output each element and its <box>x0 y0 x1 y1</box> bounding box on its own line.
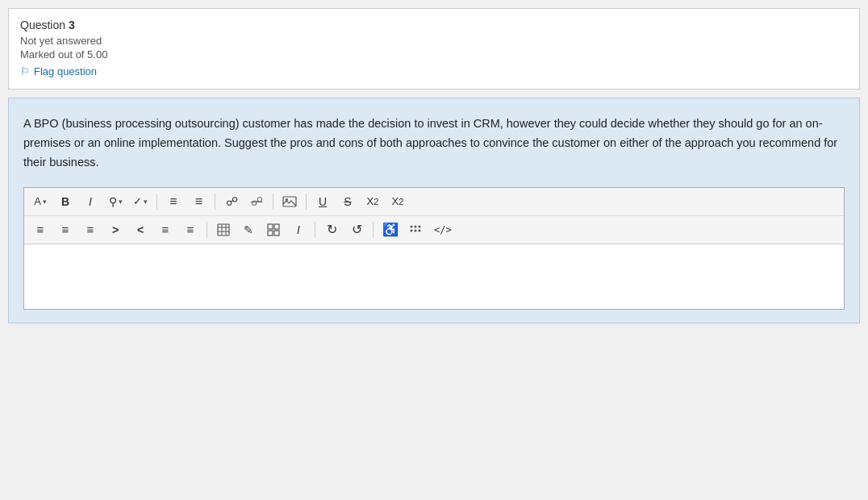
svg-rect-9 <box>268 231 273 235</box>
check-icon: ✓ <box>133 195 142 207</box>
spell-check-button[interactable]: ✓ ▾ <box>129 191 152 212</box>
question-marked: Marked out of 5.00 <box>20 48 848 60</box>
svg-point-16 <box>419 229 421 231</box>
font-label: A <box>34 195 41 207</box>
unlink-button[interactable]: ☍ <box>245 191 268 212</box>
indent-more-button[interactable]: > <box>104 219 127 240</box>
color-icon: ⚲ <box>109 195 117 208</box>
superscript-button[interactable]: X2 <box>386 191 409 212</box>
color-dropdown-arrow: ▾ <box>119 198 123 206</box>
svg-point-1 <box>286 198 288 201</box>
table-insert-button[interactable] <box>212 219 235 240</box>
separator-3 <box>273 194 273 210</box>
source-code-button[interactable]: </> <box>430 219 456 240</box>
font-dropdown-arrow: ▾ <box>43 198 47 206</box>
italic-button[interactable]: I <box>79 191 102 212</box>
font-button[interactable]: A ▾ <box>29 191 52 212</box>
svg-point-14 <box>411 229 413 231</box>
unordered-list-button[interactable]: ≡ <box>187 191 210 212</box>
separator-1 <box>156 194 157 210</box>
editor-content-area[interactable] <box>24 244 844 309</box>
image-icon <box>282 196 297 207</box>
flag-icon: ⚐ <box>20 65 30 77</box>
question-text: A BPO (business processing outsourcing) … <box>23 115 845 173</box>
svg-rect-7 <box>268 224 273 229</box>
question-body-panel: A BPO (business processing outsourcing) … <box>8 98 860 323</box>
svg-point-15 <box>415 229 417 231</box>
editor-container: A ▾ B I ⚲ ▾ ✓ ▾ ≡ <box>23 187 845 310</box>
grid-view-button[interactable] <box>262 219 285 240</box>
flag-question-label: Flag question <box>34 65 97 77</box>
accessibility-button[interactable]: ♿ <box>378 219 403 240</box>
svg-point-11 <box>411 225 413 227</box>
separator-6 <box>315 222 315 238</box>
subscript-button[interactable]: X2 <box>361 191 384 212</box>
edit-special-button[interactable]: ✎ <box>237 219 260 240</box>
link-button[interactable]: ☍ <box>220 191 243 212</box>
format-block-button[interactable]: I <box>287 219 310 240</box>
bold-button[interactable]: B <box>54 191 77 212</box>
align-right-button[interactable]: ≡ <box>79 219 102 240</box>
text-color-button[interactable]: ⚲ ▾ <box>104 191 127 212</box>
undo-button[interactable]: ↻ <box>320 219 343 240</box>
separator-5 <box>207 222 207 238</box>
ordered-list-button[interactable]: ≡ <box>162 191 185 212</box>
redo-button[interactable]: ↺ <box>345 219 368 240</box>
toolbar-row-1: A ▾ B I ⚲ ▾ ✓ ▾ ≡ <box>24 188 844 216</box>
svg-rect-8 <box>274 224 279 229</box>
svg-rect-10 <box>274 231 279 235</box>
toolbar-row-2: ≡ ≡ ≡ > < ≡ ≡ <box>24 216 844 244</box>
question-status: Not yet answered <box>20 35 848 47</box>
align-left-button[interactable]: ≡ <box>29 219 52 240</box>
blockquote-button[interactable]: ≡ <box>154 219 177 240</box>
special-chars-icon <box>409 224 424 235</box>
underline-button[interactable]: U <box>311 191 334 212</box>
check-dropdown-arrow: ▾ <box>144 198 148 206</box>
image-button[interactable] <box>278 191 301 212</box>
question-label: Question 3 <box>20 19 848 31</box>
svg-point-12 <box>415 225 417 227</box>
svg-rect-2 <box>218 224 229 235</box>
svg-point-13 <box>419 225 421 227</box>
table-icon <box>217 223 230 236</box>
separator-4 <box>306 194 307 210</box>
special-chars-button[interactable] <box>405 219 428 240</box>
indent-less-button[interactable]: < <box>129 219 152 240</box>
strikethrough-button[interactable]: S <box>336 191 359 212</box>
subscript-indicator: 2 <box>373 197 378 206</box>
superscript-indicator: 2 <box>399 197 403 206</box>
editor-toolbar: A ▾ B I ⚲ ▾ ✓ ▾ ≡ <box>24 188 844 244</box>
flag-question-button[interactable]: ⚐ Flag question <box>20 65 848 77</box>
code-block-button[interactable]: ≡ <box>179 219 202 240</box>
grid-icon <box>267 223 280 236</box>
question-number: 3 <box>69 19 75 31</box>
align-center-button[interactable]: ≡ <box>54 219 77 240</box>
separator-2 <box>215 194 215 210</box>
separator-7 <box>373 222 373 238</box>
question-meta-panel: Question 3 Not yet answered Marked out o… <box>8 8 860 90</box>
